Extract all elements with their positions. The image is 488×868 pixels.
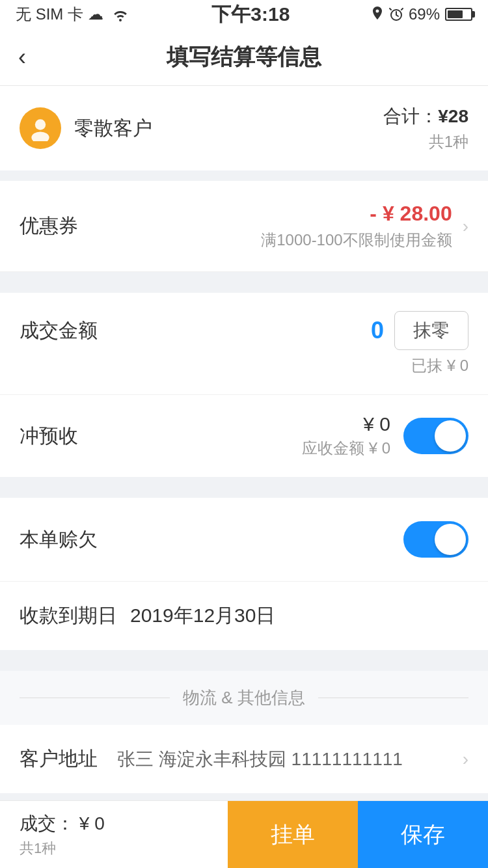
deal-sub: 已抹 ¥ 0 bbox=[0, 350, 488, 395]
section-gap-3 bbox=[0, 660, 488, 671]
page-title: 填写结算等信息 bbox=[167, 42, 321, 72]
duedate-row[interactable]: 收款到期日 2019年12月30日 bbox=[0, 582, 488, 650]
deal-value[interactable]: 0 bbox=[371, 317, 384, 344]
toggle-knob bbox=[435, 420, 466, 452]
deal-right: 0 抹零 bbox=[371, 311, 468, 350]
coupon-label: 优惠券 bbox=[20, 213, 78, 239]
round-button[interactable]: 抹零 bbox=[394, 311, 468, 350]
coupon-card[interactable]: 优惠券 - ¥ 28.00 满1000-100不限制使用金额 › bbox=[0, 181, 488, 272]
debt-toggle-knob bbox=[435, 524, 466, 555]
bottom-info: 成交： ¥ 0 共1种 bbox=[0, 801, 228, 868]
content-area: 零散客户 合计：¥28 共1种 优惠券 - ¥ 28.00 满1000-100不… bbox=[0, 86, 488, 868]
bottom-deal-row: 成交： ¥ 0 bbox=[20, 811, 208, 836]
prereceive-sub: 应收金额 ¥ 0 bbox=[302, 438, 390, 459]
debt-label: 本单赊欠 bbox=[20, 526, 98, 553]
back-button[interactable]: ‹ bbox=[18, 44, 26, 71]
status-bar: 无 SIM 卡 ☁ 下午3:18 69% bbox=[0, 0, 488, 29]
prereceive-values: ¥ 0 应收金额 ¥ 0 bbox=[302, 413, 390, 459]
address-row[interactable]: 客户地址 张三 海淀永丰科技园 11111111111 › bbox=[0, 725, 488, 793]
status-time: 下午3:18 bbox=[211, 1, 290, 28]
customer-card: 零散客户 合计：¥28 共1种 bbox=[0, 86, 488, 170]
customer-left: 零散客户 bbox=[20, 107, 152, 149]
bottom-deal-label: 成交： bbox=[20, 813, 74, 834]
svg-point-1 bbox=[35, 119, 46, 129]
section-gap-2 bbox=[0, 487, 488, 498]
total-amount: ¥28 bbox=[438, 106, 468, 126]
address-chevron: › bbox=[463, 749, 468, 770]
battery-icon bbox=[445, 8, 472, 21]
status-right: 69% bbox=[371, 5, 472, 23]
customer-count: 共1种 bbox=[383, 131, 468, 152]
deal-amount-row: 成交金额 0 抹零 bbox=[0, 293, 488, 350]
prereceive-label: 冲预收 bbox=[20, 423, 78, 450]
coupon-row[interactable]: 优惠券 - ¥ 28.00 满1000-100不限制使用金额 › bbox=[0, 181, 488, 272]
customer-right: 合计：¥28 共1种 bbox=[383, 104, 468, 152]
save-button[interactable]: 保存 bbox=[358, 801, 488, 868]
section-gap-1 bbox=[0, 282, 488, 293]
prereceive-row: 冲预收 ¥ 0 应收金额 ¥ 0 bbox=[0, 395, 488, 477]
hold-button[interactable]: 挂单 bbox=[228, 801, 358, 868]
bottom-deal-amount: ¥ 0 bbox=[79, 813, 105, 834]
svg-point-2 bbox=[31, 131, 49, 141]
prereceive-right: ¥ 0 应收金额 ¥ 0 bbox=[302, 413, 468, 459]
prereceive-toggle[interactable] bbox=[403, 418, 468, 454]
logistics-title: 物流 & 其他信息 bbox=[170, 686, 318, 709]
debt-row: 本单赊欠 bbox=[0, 498, 488, 582]
avatar bbox=[20, 107, 61, 149]
address-card[interactable]: 客户地址 张三 海淀永丰科技园 11111111111 › bbox=[0, 725, 488, 793]
bottom-bar: 成交： ¥ 0 共1种 挂单 保存 bbox=[0, 800, 488, 868]
debt-card: 本单赊欠 收款到期日 2019年12月30日 bbox=[0, 498, 488, 650]
avatar-icon bbox=[27, 115, 53, 141]
customer-name: 零散客户 bbox=[74, 115, 152, 142]
battery-percent: 69% bbox=[409, 5, 440, 23]
total-label: 合计： bbox=[383, 106, 438, 126]
address-label: 客户地址 bbox=[20, 746, 98, 772]
customer-row: 零散客户 合计：¥28 共1种 bbox=[0, 86, 488, 170]
divider-right bbox=[318, 698, 468, 698]
logistics-header: 物流 & 其他信息 bbox=[0, 671, 488, 725]
nav-bar: ‹ 填写结算等信息 bbox=[0, 29, 488, 86]
duedate-label: 收款到期日 bbox=[20, 603, 117, 629]
coupon-chevron: › bbox=[463, 216, 468, 237]
debt-toggle[interactable] bbox=[403, 521, 468, 558]
alarm-icon bbox=[389, 7, 403, 22]
signal-text: 无 SIM 卡 ☁ bbox=[16, 4, 103, 25]
status-left: 无 SIM 卡 ☁ bbox=[16, 4, 131, 25]
duedate-value: 2019年12月30日 bbox=[130, 603, 275, 629]
prereceive-amount: ¥ 0 bbox=[302, 413, 390, 435]
coupon-sub: 满1000-100不限制使用金额 bbox=[261, 230, 452, 251]
deal-card: 成交金额 0 抹零 已抹 ¥ 0 冲预收 ¥ 0 应收金额 ¥ 0 bbox=[0, 293, 488, 477]
divider-left bbox=[20, 698, 170, 698]
coupon-right: - ¥ 28.00 满1000-100不限制使用金额 › bbox=[261, 202, 468, 251]
wifi-icon bbox=[110, 7, 131, 21]
deal-label: 成交金额 bbox=[20, 318, 98, 344]
location-icon bbox=[371, 7, 384, 22]
address-value: 张三 海淀永丰科技园 11111111111 bbox=[117, 747, 463, 772]
coupon-discount: - ¥ 28.00 bbox=[261, 202, 452, 226]
bottom-count: 共1种 bbox=[20, 839, 208, 858]
